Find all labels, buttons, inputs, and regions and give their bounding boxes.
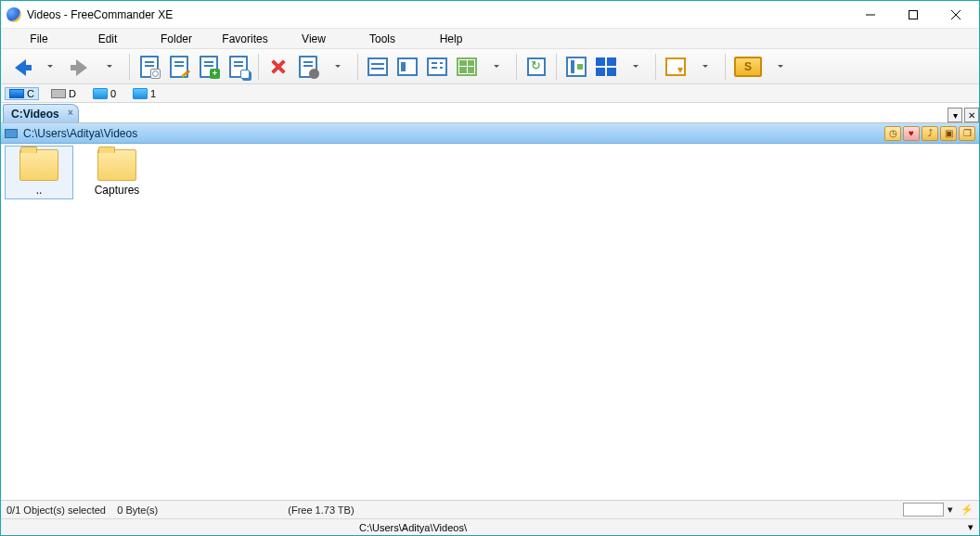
delete-button[interactable] xyxy=(264,53,292,81)
arrow-right-icon xyxy=(69,56,91,78)
view-thumbnails-icon xyxy=(457,57,477,76)
document-properties-icon xyxy=(299,56,317,78)
toolbar-separator xyxy=(655,54,656,80)
view-small-icon xyxy=(427,57,447,76)
document-search-icon xyxy=(140,56,159,78)
view-thumbnails-button[interactable] xyxy=(453,53,481,81)
copy-path-button[interactable]: ❐ xyxy=(959,126,975,141)
document-new-icon: + xyxy=(200,56,218,78)
panel-menu-button[interactable]: ▾ xyxy=(948,108,962,122)
filter-button[interactable] xyxy=(662,53,690,81)
toolbar-separator xyxy=(516,54,517,80)
status-filter-dropdown[interactable]: ▾ xyxy=(944,504,957,516)
toolbar-separator xyxy=(129,54,130,80)
nav-forward-dropdown[interactable] xyxy=(96,53,123,81)
menu-help[interactable]: Help xyxy=(417,30,485,48)
drive-d-label: D xyxy=(69,88,76,99)
panel-close-button[interactable]: ✕ xyxy=(964,108,979,122)
drive-d[interactable]: D xyxy=(46,87,81,100)
item-label: Captures xyxy=(95,184,140,197)
drive-bar: C D 0 1 xyxy=(1,84,979,103)
file-properties-button[interactable] xyxy=(294,53,322,81)
desktop-icon xyxy=(133,88,148,99)
tab-c-videos[interactable]: C:Videos × xyxy=(3,104,79,122)
favorites-dropdown[interactable] xyxy=(767,53,794,81)
favorite-button[interactable]: ♥ xyxy=(903,126,920,141)
tiles-icon xyxy=(596,57,616,76)
view-details-button[interactable] xyxy=(364,53,392,81)
tab-label: C:Videos xyxy=(11,108,59,121)
history-button[interactable]: ◷ xyxy=(884,126,901,141)
tiles-button[interactable] xyxy=(592,53,620,81)
drive-0-label: 0 xyxy=(110,88,116,99)
main-toolbar: + S xyxy=(1,49,979,84)
nav-back-dropdown[interactable] xyxy=(36,53,64,81)
filter-dropdown[interactable] xyxy=(691,53,719,81)
address-bar: C:\Users\Aditya\Videos ◷ ♥ ⤴ ▣ ❐ xyxy=(1,123,979,144)
view-small-button[interactable] xyxy=(423,53,451,81)
status-bar: 0/1 Object(s) selected 0 Byte(s) (Free 1… xyxy=(1,500,979,518)
tab-strip: C:Videos × ▾ ✕ xyxy=(1,103,979,123)
tiles-dropdown[interactable] xyxy=(622,53,650,81)
favorites-folder-button[interactable]: S xyxy=(731,53,765,81)
drive-desktop-1[interactable]: 1 xyxy=(128,87,161,100)
footer-dropdown[interactable]: ▾ xyxy=(968,521,974,533)
view-list-icon xyxy=(397,57,418,76)
drive-c-icon xyxy=(9,89,24,98)
folder-path-icon xyxy=(5,129,18,138)
path-text[interactable]: C:\Users\Aditya\Videos xyxy=(23,127,879,140)
list-item-parent[interactable]: .. xyxy=(5,146,73,199)
file-properties-dropdown[interactable] xyxy=(324,53,352,81)
drive-c[interactable]: C xyxy=(5,87,39,100)
status-free-space: (Free 1.73 TB) xyxy=(288,504,354,516)
view-details-icon xyxy=(368,57,388,76)
view-dropdown[interactable] xyxy=(483,53,510,81)
file-new-button[interactable]: + xyxy=(195,53,223,81)
file-copy-button[interactable] xyxy=(225,53,252,81)
favorites-folder-icon: S xyxy=(734,57,762,77)
drive-desktop-0[interactable]: 0 xyxy=(88,87,121,100)
app-icon xyxy=(6,7,21,22)
folder-icon xyxy=(97,149,136,181)
toolbar-separator xyxy=(556,54,557,80)
status-bytes: 0 Byte(s) xyxy=(117,504,158,516)
close-button[interactable] xyxy=(935,1,977,29)
view-list-button[interactable] xyxy=(393,53,421,81)
menu-edit[interactable]: Edit xyxy=(73,30,142,48)
tab-close-icon[interactable]: × xyxy=(68,108,73,118)
toolbar-separator xyxy=(725,54,726,80)
nav-back-button[interactable] xyxy=(6,53,34,81)
refresh-icon xyxy=(527,57,546,76)
drive-d-icon xyxy=(51,89,66,98)
toolbar-separator xyxy=(258,54,259,80)
delete-icon xyxy=(268,57,289,77)
footer-bar: C:\Users\Aditya\Videos\ ▾ xyxy=(1,518,979,535)
menu-tools[interactable]: Tools xyxy=(348,30,417,48)
folder-icon xyxy=(19,149,58,181)
svg-rect-0 xyxy=(909,10,918,19)
maximize-button[interactable] xyxy=(892,1,935,29)
svg-rect-1 xyxy=(22,65,32,70)
go-root-button[interactable]: ▣ xyxy=(940,126,957,141)
go-up-button[interactable]: ⤴ xyxy=(922,126,938,141)
status-filter-input[interactable] xyxy=(903,503,944,517)
list-item-captures[interactable]: Captures xyxy=(83,146,151,199)
menu-bar: File Edit Folder Favorites View Tools He… xyxy=(1,29,979,49)
menu-file[interactable]: File xyxy=(5,30,73,48)
document-edit-icon xyxy=(170,56,188,78)
svg-rect-2 xyxy=(71,65,80,70)
tree-button[interactable] xyxy=(562,53,590,81)
status-selection: 0/1 Object(s) selected xyxy=(6,504,106,516)
file-list[interactable]: .. Captures xyxy=(1,144,979,500)
file-search-button[interactable] xyxy=(135,53,163,81)
menu-folder[interactable]: Folder xyxy=(142,30,211,48)
menu-favorites[interactable]: Favorites xyxy=(211,30,279,48)
file-edit-button[interactable] xyxy=(165,53,193,81)
quick-action-icon[interactable]: ⚡ xyxy=(961,504,974,516)
minimize-button[interactable] xyxy=(849,1,892,29)
item-label: .. xyxy=(36,184,43,197)
nav-forward-button[interactable] xyxy=(66,53,94,81)
desktop-icon xyxy=(93,88,108,99)
refresh-button[interactable] xyxy=(522,53,550,81)
menu-view[interactable]: View xyxy=(279,30,348,48)
